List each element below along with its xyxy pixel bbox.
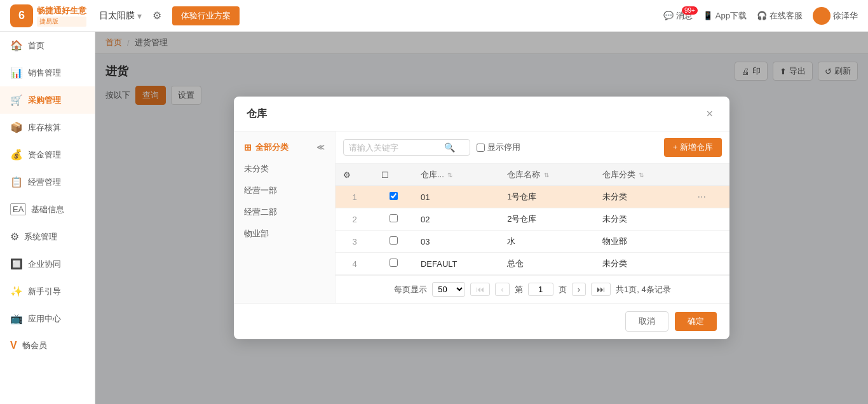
finance-icon: 💰 [10, 149, 23, 161]
sidebar-item-member[interactable]: V 畅会员 [0, 332, 95, 359]
page-label: 第 [515, 284, 523, 295]
apps-icon: 📺 [10, 313, 23, 325]
search-icon[interactable]: 🔍 [444, 142, 455, 152]
last-page-button[interactable]: ⏭ [591, 283, 611, 296]
row-category: 未分类 [595, 208, 690, 231]
sales-icon: 📊 [10, 67, 23, 79]
row-num: 4 [336, 253, 374, 275]
collapse-icon[interactable]: ≪ [316, 143, 325, 152]
member-icon: V [10, 340, 17, 351]
home-icon: 🏠 [10, 39, 23, 51]
col-checkbox[interactable]: ☐ [374, 164, 413, 186]
show-disabled-checkbox[interactable] [477, 144, 485, 152]
row-num: 3 [336, 231, 374, 253]
col-category: 仓库分类 ⇅ [595, 164, 690, 186]
first-page-button[interactable]: ⏮ [470, 283, 490, 296]
customer-service-button[interactable]: 🎧 在线客服 [757, 10, 803, 22]
total-info: 共1页, 4条记录 [616, 284, 671, 295]
all-categories-label: 全部分类 [255, 142, 288, 153]
enterprise-icon: 🔲 [10, 258, 23, 270]
logo-text: 畅捷通好生意 捷易版 [37, 5, 86, 27]
page-suffix: 页 [559, 284, 567, 295]
search-input-wrap: 🔍 [343, 139, 470, 156]
basic-info-icon: EA [10, 203, 26, 215]
page-size-select[interactable]: 50 10 20 100 [432, 282, 465, 297]
all-categories-item[interactable]: ⊞ 全部分类 ≪ [234, 137, 335, 158]
sidebar-item-sales[interactable]: 📊 销售管理 [0, 59, 95, 86]
topbar-right: 💬 消息 99+ 📱 App下载 🎧 在线客服 徐泽华 [663, 7, 858, 25]
table-row[interactable]: 4 DEFAULT 总仓 未分类 [336, 253, 729, 275]
confirm-button[interactable]: 确定 [675, 312, 717, 331]
modal-sidebar-property[interactable]: 物业部 [234, 223, 335, 245]
content-area: 首页 / 进货管理 进货 🖨 印 ⬆ 导出 ↺ 刷新 按以下 查询 设置 仓库 [95, 32, 868, 404]
table-header: ⚙ ☐ 仓库... ⇅ 仓库名称 ⇅ 仓库分类 ⇅ [336, 164, 729, 186]
store-selector[interactable]: 日太阳膜 ▾ [99, 10, 142, 22]
logo-icon: 6 [10, 4, 33, 27]
modal-title: 仓库 [247, 107, 267, 121]
row-more[interactable] [690, 231, 729, 253]
row-code: 03 [413, 231, 499, 253]
sidebar-item-basic-info[interactable]: EA 基础信息 [0, 196, 95, 223]
modal-table: ⚙ ☐ 仓库... ⇅ 仓库名称 ⇅ 仓库分类 ⇅ [336, 164, 729, 275]
row-name: 总仓 [499, 253, 595, 275]
topbar: 6 畅捷通好生意 捷易版 日太阳膜 ▾ ⚙ 体验行业方案 💬 消息 99+ 📱 … [0, 0, 868, 32]
sidebar-item-purchase[interactable]: 🛒 采购管理 [0, 86, 95, 114]
modal-sidebar-dept1[interactable]: 经营一部 [234, 180, 335, 201]
col-settings[interactable]: ⚙ [336, 164, 374, 186]
modal-sidebar-dept2[interactable]: 经营二部 [234, 201, 335, 223]
modal-pagination: 每页显示 50 10 20 100 ⏮ ‹ 第 页 [336, 275, 729, 303]
prev-page-button[interactable]: ‹ [495, 283, 509, 296]
next-page-button[interactable]: › [572, 283, 586, 296]
modal-close-button[interactable]: × [702, 107, 717, 121]
sidebar-item-apps[interactable]: 📺 应用中心 [0, 305, 95, 332]
sidebar-item-inventory[interactable]: 📦 库存核算 [0, 114, 95, 141]
modal-body: ⊞ 全部分类 ≪ 未分类 经营一部 经营二部 物业部 [234, 131, 729, 303]
sidebar-item-system[interactable]: ⚙ 系统管理 [0, 223, 95, 250]
page-input[interactable] [528, 283, 553, 296]
row-name: 2号仓库 [499, 208, 595, 231]
row-checkbox[interactable] [374, 186, 413, 208]
table-row[interactable]: 2 02 2号仓库 未分类 [336, 208, 729, 231]
row-name: 水 [499, 231, 595, 253]
sidebar: 🏠 首页 📊 销售管理 🛒 采购管理 📦 库存核算 💰 资金管理 📋 经营管理 … [0, 32, 95, 404]
row-num: 1 [336, 186, 374, 208]
row-checkbox[interactable] [374, 208, 413, 231]
user-menu[interactable]: 徐泽华 [813, 7, 858, 25]
sidebar-item-operations[interactable]: 📋 经营管理 [0, 168, 95, 196]
sidebar-item-finance[interactable]: 💰 资金管理 [0, 141, 95, 168]
warehouse-modal: 仓库 × ⊞ 全部分类 ≪ 未分类 经营一部 经营二部 [234, 97, 729, 339]
row-num: 2 [336, 208, 374, 231]
main-layout: 🏠 首页 📊 销售管理 🛒 采购管理 📦 库存核算 💰 资金管理 📋 经营管理 … [0, 32, 868, 404]
table-row[interactable]: 1 01 1号仓库 未分类 ··· [336, 186, 729, 208]
row-checkbox[interactable] [374, 253, 413, 275]
modal-sidebar: ⊞ 全部分类 ≪ 未分类 经营一部 经营二部 物业部 [234, 131, 336, 303]
show-disabled-label[interactable]: 显示停用 [477, 142, 520, 153]
trial-button[interactable]: 体验行业方案 [172, 6, 240, 25]
row-more[interactable] [690, 208, 729, 231]
warehouse-table: ⚙ ☐ 仓库... ⇅ 仓库名称 ⇅ 仓库分类 ⇅ [336, 164, 729, 275]
modal-sidebar-uncategorized[interactable]: 未分类 [234, 158, 335, 180]
search-input[interactable] [349, 143, 444, 152]
settings-icon[interactable]: ⚙ [147, 6, 167, 26]
sidebar-item-home[interactable]: 🏠 首页 [0, 32, 95, 59]
cancel-button[interactable]: 取消 [625, 311, 668, 332]
message-button[interactable]: 💬 消息 99+ [663, 10, 693, 22]
sidebar-item-guide[interactable]: ✨ 新手引导 [0, 278, 95, 305]
modal-backdrop: 仓库 × ⊞ 全部分类 ≪ 未分类 经营一部 经营二部 [95, 32, 868, 404]
row-more[interactable]: ··· [690, 186, 729, 208]
grid-icon: ⊞ [244, 142, 252, 152]
app-download-button[interactable]: 📱 App下载 [703, 10, 747, 22]
operations-icon: 📋 [10, 176, 23, 188]
row-more[interactable] [690, 253, 729, 275]
table-row[interactable]: 3 03 水 物业部 [336, 231, 729, 253]
guide-icon: ✨ [10, 285, 23, 297]
logo: 6 畅捷通好生意 捷易版 [10, 4, 86, 27]
modal-footer: 取消 确定 [234, 303, 729, 339]
headset-icon: 🎧 [757, 11, 767, 20]
add-warehouse-button[interactable]: + 新增仓库 [664, 138, 722, 157]
avatar [813, 7, 831, 25]
row-checkbox[interactable] [374, 231, 413, 253]
system-icon: ⚙ [10, 231, 19, 243]
inventory-icon: 📦 [10, 121, 23, 133]
sidebar-item-enterprise[interactable]: 🔲 企业协同 [0, 250, 95, 278]
